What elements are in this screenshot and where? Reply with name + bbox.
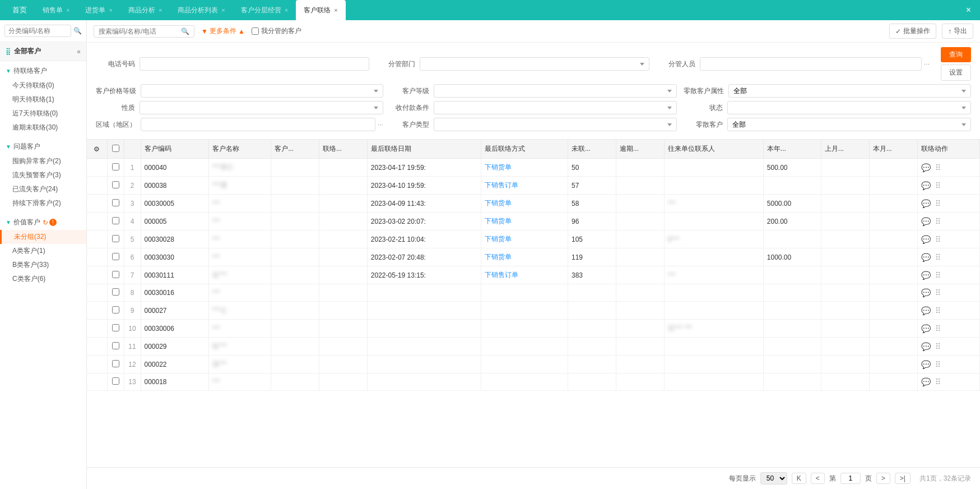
group-value-header[interactable]: ▼ 价值客户 ↻ ! xyxy=(0,215,86,230)
row-last-method-12[interactable] xyxy=(481,373,568,391)
tab-purchase-close[interactable]: × xyxy=(109,7,112,13)
row-checkbox-0[interactable] xyxy=(107,159,124,177)
contact-icon-1[interactable]: 💬 xyxy=(921,181,931,190)
more-icon-6[interactable]: ⠿ xyxy=(935,271,941,280)
row-checkbox-12[interactable] xyxy=(107,373,124,391)
tab-product-list[interactable]: 商品分析列表 × xyxy=(170,0,233,20)
row-last-method-3[interactable]: 下销货单 xyxy=(481,213,568,230)
more-icon-8[interactable]: ⠿ xyxy=(935,306,941,315)
row-checkbox-10[interactable] xyxy=(107,338,124,356)
contact-icon-10[interactable]: 💬 xyxy=(921,342,931,351)
more-icon-2[interactable]: ⠿ xyxy=(935,199,941,208)
select-all-checkbox[interactable] xyxy=(112,145,119,152)
th-last-month[interactable]: 上月... xyxy=(821,140,869,159)
filter-region-dots[interactable]: ··· xyxy=(378,121,383,128)
my-customers-checkbox[interactable]: 我分管的客户 xyxy=(252,26,301,36)
contact-icon-4[interactable]: 💬 xyxy=(921,235,931,244)
reset-button[interactable]: 设置 xyxy=(941,64,971,81)
sidebar-item-declining[interactable]: 持续下滑客户(2) xyxy=(0,196,86,210)
row-last-method-8[interactable] xyxy=(481,302,568,320)
filter-manager-input[interactable] xyxy=(700,57,922,71)
more-icon-4[interactable]: ⠿ xyxy=(935,235,941,244)
th-overdue[interactable]: 逾期... xyxy=(616,140,664,159)
filter-price-level-select[interactable] xyxy=(141,84,383,98)
tab-product-analysis-close[interactable]: × xyxy=(159,7,162,13)
row-last-method-10[interactable] xyxy=(481,338,568,356)
sidebar-item-c-class[interactable]: C类客户(6) xyxy=(0,272,86,286)
filter-region-input[interactable] xyxy=(141,118,375,131)
tab-customer-segment-close[interactable]: × xyxy=(285,7,288,13)
filter-nature-select[interactable] xyxy=(140,101,383,114)
th-last-contact-date[interactable]: 最后联络日期 xyxy=(367,140,481,159)
sidebar-item-abnormal[interactable]: 囤购异常客户(2) xyxy=(0,154,86,168)
tab-customer-contact-close[interactable]: × xyxy=(334,7,337,13)
th-last-contact-method[interactable]: 最后联络方式 xyxy=(481,140,568,159)
filter-manager-dots[interactable]: ··· xyxy=(924,60,930,68)
row-last-method-6[interactable]: 下销售订单 xyxy=(481,266,568,284)
row-checkbox-9[interactable] xyxy=(107,320,124,338)
contact-icon-2[interactable]: 💬 xyxy=(921,199,931,208)
more-icon-3[interactable]: ⠿ xyxy=(935,217,941,226)
tab-sales-close[interactable]: × xyxy=(66,7,69,13)
last-page-btn[interactable]: >| xyxy=(895,473,911,484)
filter-customer-level-select[interactable] xyxy=(434,84,677,98)
row-checkbox-11[interactable] xyxy=(107,356,124,373)
more-icon-9[interactable]: ⠿ xyxy=(935,324,941,333)
th-checkbox[interactable] xyxy=(107,140,124,159)
filter-search-box[interactable]: 🔍 xyxy=(94,25,194,38)
export-button[interactable]: ↑ 导出 xyxy=(942,24,973,39)
th-this-month[interactable]: 本月... xyxy=(869,140,917,159)
prev-page-btn[interactable]: < xyxy=(811,473,825,484)
group-problem-header[interactable]: ▼ 问题客户 xyxy=(0,139,86,154)
tab-sales[interactable]: 销售单 × xyxy=(35,0,77,20)
more-icon-11[interactable]: ⠿ xyxy=(935,360,941,369)
filter-status-select[interactable] xyxy=(727,101,971,114)
refresh-icon[interactable]: ↻ xyxy=(43,219,48,227)
first-page-btn[interactable]: K xyxy=(792,473,806,484)
sidebar-item-overdue[interactable]: 逾期未联络(30) xyxy=(0,121,86,135)
contact-icon-3[interactable]: 💬 xyxy=(921,217,931,226)
sidebar-item-ungrouped[interactable]: 未分组(32) xyxy=(0,230,86,244)
th-unit-contact[interactable]: 往来单位联系人 xyxy=(664,140,763,159)
row-last-method-1[interactable]: 下销售订单 xyxy=(481,177,568,195)
contact-icon-6[interactable]: 💬 xyxy=(921,271,931,280)
contact-icon-9[interactable]: 💬 xyxy=(921,324,931,333)
filter-search-icon[interactable]: 🔍 xyxy=(181,27,189,35)
sidebar-item-b-class[interactable]: B类客户(33) xyxy=(0,258,86,272)
more-icon-5[interactable]: ⠿ xyxy=(935,253,941,262)
sidebar-item-a-class[interactable]: A类客户(1) xyxy=(0,244,86,258)
contact-icon-7[interactable]: 💬 xyxy=(921,288,931,297)
tab-product-analysis[interactable]: 商品分析 × xyxy=(120,0,170,20)
tab-product-list-close[interactable]: × xyxy=(221,7,225,13)
filter-phone-input[interactable] xyxy=(140,57,369,71)
row-last-method-2[interactable]: 下销货单 xyxy=(481,195,568,213)
sidebar-item-7days[interactable]: 近7天待联络(0) xyxy=(0,107,86,121)
row-last-method-4[interactable]: 下销货单 xyxy=(481,230,568,248)
row-checkbox-7[interactable] xyxy=(107,284,124,302)
contact-icon-11[interactable]: 💬 xyxy=(921,360,931,369)
query-button[interactable]: 查询 xyxy=(941,47,971,62)
filter-customer-type-select[interactable] xyxy=(434,118,677,131)
contact-icon-12[interactable]: 💬 xyxy=(921,377,931,386)
my-customers-check[interactable] xyxy=(252,27,259,35)
row-last-method-9[interactable] xyxy=(481,320,568,338)
sidebar-item-tomorrow[interactable]: 明天待联络(1) xyxy=(0,93,86,107)
more-icon-12[interactable]: ⠿ xyxy=(935,377,941,386)
sidebar-item-churn-warning[interactable]: 流失预警客户(3) xyxy=(0,168,86,182)
tab-customer-segment[interactable]: 客户分层经营 × xyxy=(233,0,296,20)
window-close-btn[interactable]: × xyxy=(962,5,976,15)
th-name[interactable]: 客户名称 xyxy=(208,140,271,159)
row-checkbox-6[interactable] xyxy=(107,266,124,284)
tab-home[interactable]: 首页 xyxy=(4,5,35,15)
filter-retail-attr-select[interactable]: 全部 xyxy=(728,84,971,98)
filter-more-conditions[interactable]: ▼ 更多条件 ▲ xyxy=(201,26,245,36)
batch-ops-button[interactable]: ✓ 批量操作 xyxy=(889,24,936,39)
th-no-contact[interactable]: 未联... xyxy=(568,140,616,159)
row-checkbox-5[interactable] xyxy=(107,248,124,266)
sidebar-search-icon[interactable]: 🔍 xyxy=(73,27,82,35)
th-contact[interactable]: 联络... xyxy=(319,140,367,159)
page-input[interactable] xyxy=(840,473,861,484)
more-icon-1[interactable]: ⠿ xyxy=(935,181,941,190)
filter-payment-select[interactable] xyxy=(434,101,677,114)
row-checkbox-3[interactable] xyxy=(107,213,124,230)
